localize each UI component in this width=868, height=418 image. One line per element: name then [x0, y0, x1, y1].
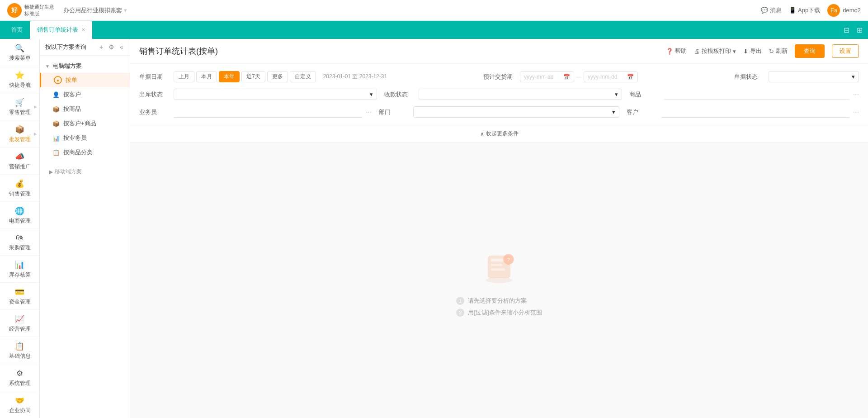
sidebar-item-marketing[interactable]: 📣 营销推广: [0, 147, 39, 175]
payment-dropdown-arrow-icon: ▾: [615, 91, 618, 98]
content-area: 销售订单统计表(按单) ❓ 帮助 🖨 按模板打印 ▾ ⬇ 导出 ↻ 刷新: [130, 39, 868, 418]
sidebar-item-purchase[interactable]: 🛍 采购管理: [0, 229, 39, 256]
system-icon: ⚙: [16, 369, 23, 378]
sidebar-item-inventory[interactable]: 📊 库存核算: [0, 256, 39, 283]
salesperson-input[interactable]: [174, 106, 362, 118]
empty-illustration: ?: [476, 244, 522, 290]
app-title[interactable]: 办公用品行业模拟账套 ▾: [63, 6, 127, 14]
page-title: 销售订单统计表(按单): [139, 46, 218, 57]
date-btn-this-year[interactable]: 本年: [219, 71, 240, 82]
sidebar-item-wholesale[interactable]: 📦 批发管理: [0, 120, 39, 147]
goods-more-button[interactable]: ···: [853, 90, 859, 99]
status-select[interactable]: ▾: [769, 71, 859, 82]
expand-arrow-icon: ▼: [45, 64, 50, 69]
calendar-start-icon: 📅: [563, 74, 570, 80]
customer-input-group: ···: [661, 106, 859, 118]
expected-date-inputs: yyyy-mm-dd 📅 — yyyy-mm-dd 📅: [520, 71, 638, 82]
topbar-right: 💬 消息 📱 App下载 Ea demo2: [761, 4, 861, 17]
pc-scheme-section-title[interactable]: ▼ 电脑端方案: [40, 59, 130, 73]
expected-date-start[interactable]: yyyy-mm-dd 📅: [520, 71, 574, 82]
date-buttons-group: 上月 本月 本年 近7天 更多 自定义: [174, 71, 316, 82]
mobile-scheme-section-title[interactable]: ▶ 移动端方案: [40, 165, 130, 178]
sidebar-item-quick[interactable]: ⭐ 快捷导航: [0, 66, 39, 93]
user-menu[interactable]: Ea demo2: [827, 4, 861, 17]
tab-maximize-button[interactable]: ⊞: [855, 24, 864, 36]
goods-input[interactable]: [664, 89, 849, 100]
scheme-item-by-customer[interactable]: 👤 按客户: [40, 87, 130, 102]
finance-icon: 💳: [15, 287, 24, 297]
salesperson-more-button[interactable]: ···: [366, 108, 372, 116]
scheme-item-by-category[interactable]: 📋 按商品分类: [40, 145, 130, 160]
tab-minimize-button[interactable]: ⊟: [842, 24, 851, 36]
sidebar-item-system[interactable]: ⚙ 系统管理: [0, 364, 39, 391]
filter-row-2: 出库状态 ▾ 收款状态 ▾ 商品 ···: [139, 89, 859, 100]
retail-icon: 🛒: [15, 98, 24, 107]
refresh-button[interactable]: ↻ 刷新: [769, 47, 788, 55]
department-select[interactable]: ▾: [413, 106, 619, 118]
customer-input[interactable]: [661, 106, 849, 118]
customer-more-button[interactable]: ···: [853, 108, 859, 116]
scheme-item-by-salesperson[interactable]: 📊 按业务员: [40, 131, 130, 145]
date-btn-last-month[interactable]: 上月: [174, 71, 194, 82]
calendar-end-icon: 📅: [627, 74, 634, 80]
scheme-item-by-order[interactable]: ● 按单: [40, 73, 130, 87]
add-scheme-button[interactable]: +: [99, 43, 104, 52]
help-button[interactable]: ❓ 帮助: [666, 47, 687, 55]
delivery-status-select[interactable]: ▾: [174, 89, 377, 100]
sidebar-item-finance[interactable]: 💳 资金管理: [0, 283, 39, 310]
sidebar-item-retail[interactable]: 🛒 零售管理: [0, 93, 39, 120]
empty-state: ? 1 请先选择要分析的方案 2 用[过滤]条件来缩小分析范围: [130, 142, 868, 418]
app-download-button[interactable]: 📱 App下载: [789, 6, 820, 14]
goods-label: 商品: [629, 90, 656, 99]
mobile-scheme-section: ▶ 移动端方案: [40, 165, 130, 178]
collapse-bar[interactable]: ∧ 收起更多条件: [130, 125, 868, 142]
sidebar-item-enterprise[interactable]: 🤝 企业协同: [0, 391, 39, 418]
sales-icon: 💰: [15, 179, 24, 189]
date-btn-this-month[interactable]: 本月: [196, 71, 217, 82]
tab-home[interactable]: 首页: [4, 21, 30, 39]
refresh-icon: ↻: [769, 48, 774, 55]
page-header: 销售订单统计表(按单) ❓ 帮助 🖨 按模板打印 ▾ ⬇ 导出 ↻ 刷新: [130, 39, 868, 64]
date-btn-last-7-days[interactable]: 近7天: [241, 71, 265, 82]
tabs-controls: ⊟ ⊞: [842, 24, 864, 36]
settings-scheme-button[interactable]: ⚙: [108, 43, 115, 52]
topbar: 好 畅捷通好生意 标准版 办公用品行业模拟账套 ▾ 💬 消息 📱 App下载 E…: [0, 0, 868, 21]
search-button[interactable]: 查询: [795, 44, 825, 58]
payment-status-select[interactable]: ▾: [419, 89, 622, 100]
sidebar-item-basic[interactable]: 📋 基础信息: [0, 337, 39, 364]
collapse-label: 收起更多条件: [486, 130, 519, 138]
collapse-panel-button[interactable]: «: [119, 43, 124, 52]
message-button[interactable]: 💬 消息: [761, 6, 782, 14]
sidebar-item-ecommerce[interactable]: 🌐 电商管理: [0, 202, 39, 229]
date-btn-custom[interactable]: 自定义: [290, 71, 316, 82]
scheme-item-by-goods[interactable]: 📦 按商品: [40, 102, 130, 116]
category-scheme-icon: 📋: [52, 149, 60, 156]
status-dropdown-arrow-icon: ▾: [852, 73, 855, 80]
logo-icon: 好: [7, 3, 22, 18]
scheme-item-by-customer-goods[interactable]: 📦 按客户+商品: [40, 116, 130, 131]
tab-sales-order-stats[interactable]: 销售订单统计表 ×: [30, 21, 92, 39]
tab-close-button[interactable]: ×: [82, 27, 85, 33]
svg-rect-4: [491, 268, 505, 271]
status-label: 单据状态: [734, 73, 761, 81]
enterprise-icon: 🤝: [15, 396, 24, 405]
star-icon: ⭐: [15, 71, 24, 80]
date-btn-more[interactable]: 更多: [267, 71, 288, 82]
download-icon: 📱: [789, 7, 796, 14]
filter-row-1: 单据日期 上月 本月 本年 近7天 更多 自定义 2023-01-01 至 20…: [139, 71, 859, 82]
sidebar-item-sales[interactable]: 💰 销售管理: [0, 175, 39, 202]
customer-label: 客户: [627, 108, 654, 116]
left-panel: 按以下方案查询 + ⚙ « ▼ 电脑端方案 ● 按单 👤 按客户 📦 按商品: [40, 39, 130, 418]
inventory-icon: 📊: [15, 260, 24, 270]
print-icon: 🖨: [694, 48, 700, 55]
sidebar-item-operation[interactable]: 📈 经营管理: [0, 310, 39, 337]
export-button[interactable]: ⬇ 导出: [743, 47, 762, 55]
expected-date-end[interactable]: yyyy-mm-dd 📅: [584, 71, 638, 82]
goods-scheme-icon: 📦: [52, 105, 60, 113]
tip-num-1: 1: [456, 297, 464, 305]
svg-text:?: ?: [507, 256, 510, 262]
print-button[interactable]: 🖨 按模板打印 ▾: [694, 47, 736, 55]
sidebar-item-search[interactable]: 🔍 搜索菜单: [0, 39, 39, 66]
export-icon: ⬇: [743, 48, 748, 55]
settings-button[interactable]: 设置: [832, 44, 859, 58]
